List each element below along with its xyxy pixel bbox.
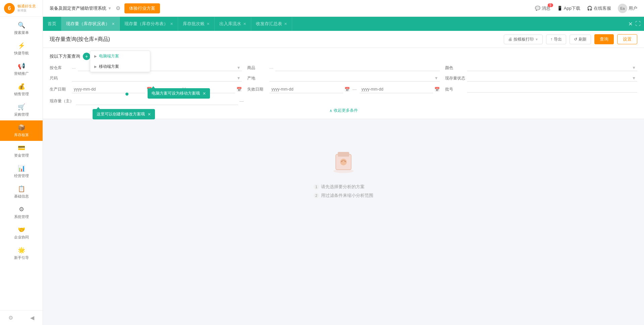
- stock-status-input[interactable]: [469, 76, 632, 80]
- sidebar-item-finance[interactable]: 💳 资金管理: [0, 141, 43, 161]
- sidebar-item-sales[interactable]: 💰 销售管理: [0, 79, 43, 100]
- filter-cell-expire-date: 失效日期 📅 — 📅: [247, 86, 439, 93]
- filter-label: 按以下方案查询: [50, 53, 80, 59]
- tab-inventory-status[interactable]: 现存量（库存状况表） ✕: [61, 17, 120, 31]
- basic-nav-icon: 📋: [18, 185, 25, 193]
- calendar-expire-end-icon[interactable]: 📅: [434, 87, 440, 92]
- tab-close-icon[interactable]: ✕: [112, 22, 115, 26]
- sidebar-item-inventory[interactable]: 📦 库存核算: [0, 120, 43, 141]
- online-support-action[interactable]: 🎧 在线客服: [587, 5, 611, 11]
- tooltip1-text: 电脑方案可设为移动方案哦: [152, 91, 200, 96]
- dropdown-arrow: ▼: [535, 38, 538, 41]
- expire-date-end[interactable]: [360, 86, 433, 93]
- color-input[interactable]: [469, 65, 632, 70]
- sidebar-item-quick[interactable]: ⚡ 快捷导航: [0, 39, 43, 59]
- filter-row-4: 现存量（主） —: [50, 97, 637, 105]
- size-select[interactable]: ▼: [72, 75, 242, 82]
- tab-close-icon[interactable]: ✕: [170, 22, 173, 26]
- color-select[interactable]: ▼: [467, 65, 637, 71]
- tab-close-all-icon[interactable]: ✕: [628, 21, 633, 27]
- app-name: 畅通好生意: [17, 4, 36, 8]
- stock-qty-label: 现存量（主）: [50, 98, 74, 104]
- sidebar-item-marketing[interactable]: 📢 营销推广: [0, 59, 43, 79]
- header-settings-icon[interactable]: ⚙: [116, 5, 120, 11]
- sidebar-item-guide[interactable]: 🌟 新手引导: [0, 243, 43, 264]
- origin-label: 产地: [247, 75, 267, 81]
- tab-close-icon[interactable]: ✕: [207, 22, 210, 26]
- scheme-desktop-label: 电脑端方案: [99, 53, 119, 59]
- size-label: 尺码: [50, 75, 70, 81]
- print-button[interactable]: 🖨 按模板打印 ▼: [504, 35, 543, 44]
- query-button[interactable]: 查询: [594, 34, 614, 44]
- tooltip1-close[interactable]: ✕: [203, 91, 206, 96]
- sidebar-item-label: 基础信息: [14, 194, 29, 199]
- message-action[interactable]: 💬 消息 9: [535, 5, 550, 11]
- prod-date-label: 生产日期: [50, 87, 70, 92]
- sidebar-item-label: 资金管理: [14, 153, 29, 158]
- logo-icon: 6: [4, 3, 15, 14]
- system-selector[interactable]: 装备及固定资产辅助管理系统 ▼: [50, 5, 112, 11]
- warehouse-more-icon[interactable]: ···: [72, 65, 76, 71]
- tooltip2-close[interactable]: ✕: [148, 112, 151, 117]
- sidebar-item-enterprise[interactable]: 🤝 企业协同: [0, 223, 43, 243]
- sidebar-item-purchase[interactable]: 🛒 采购管理: [0, 100, 43, 120]
- tab-inventory-status-label: 现存量（库存状况表）: [66, 21, 110, 27]
- marketing-nav-icon: 📢: [18, 62, 25, 70]
- logo-text-wrap: 畅通好生意 标准版: [17, 4, 36, 13]
- content-area: 现存量查询(按仓库+商品) 🖨 按模板打印 ▼ ↑ 导出 ↺ 刷新 查询 设置: [43, 31, 644, 325]
- reset-button[interactable]: 设置: [617, 34, 637, 44]
- tab-summary[interactable]: 收发存汇总表 ✕: [251, 17, 292, 31]
- size-dropdown-icon: ▼: [236, 76, 240, 80]
- tab-close-icon[interactable]: ✕: [243, 22, 246, 26]
- sidebar-item-label: 营销推广: [14, 71, 29, 76]
- industry-button[interactable]: 体验行业方案: [124, 3, 160, 13]
- tab-home[interactable]: 首页: [43, 17, 61, 31]
- print-icon: 🖨: [508, 37, 512, 42]
- svg-rect-2: [338, 152, 349, 157]
- goods-input[interactable]: [277, 65, 438, 70]
- goods-label: 商品: [247, 65, 267, 71]
- user-action[interactable]: Ea 用户: [618, 4, 637, 13]
- tab-inout-flow[interactable]: 出入库流水 ✕: [215, 17, 251, 31]
- prod-date-start[interactable]: [72, 86, 145, 93]
- refresh-button[interactable]: ↺ 刷新: [570, 35, 591, 44]
- scheme-item-desktop[interactable]: ▶ 电脑端方案: [90, 51, 150, 61]
- calendar-end-icon[interactable]: 📅: [236, 87, 242, 92]
- export-button[interactable]: ↑ 导出: [546, 35, 566, 44]
- message-icon: 💬: [535, 6, 540, 11]
- empty-hints: 1 请先选择要分析的方案 2 用过滤条件来缩小分析范围: [314, 182, 373, 200]
- tab-inventory-dist[interactable]: 现存量（库存分布表） ✕: [120, 17, 178, 31]
- sidebar-item-search[interactable]: 🔍 搜索菜单: [0, 18, 43, 39]
- add-scheme-button[interactable]: +: [83, 53, 90, 60]
- hint-text-2: 用过滤条件来缩小分析范围: [321, 191, 373, 200]
- origin-select[interactable]: ▼: [269, 75, 439, 82]
- tab-close-icon[interactable]: ✕: [284, 22, 287, 26]
- goods-select[interactable]: [275, 65, 440, 71]
- settings-icon[interactable]: ⚙: [8, 315, 13, 321]
- filter-cell-size: 尺码 ▼: [50, 75, 242, 82]
- sidebar-item-system[interactable]: ⚙ 系统管理: [0, 202, 43, 223]
- calendar-expire-start-icon[interactable]: 📅: [344, 87, 350, 92]
- collapse-icon[interactable]: ◀: [30, 315, 34, 321]
- batch-label: 批号: [445, 87, 465, 92]
- size-input[interactable]: [73, 76, 236, 80]
- stock-status-select[interactable]: ▼: [467, 75, 637, 82]
- batch-input[interactable]: [469, 87, 636, 92]
- tab-batch[interactable]: 库存批次账 ✕: [178, 17, 215, 31]
- sidebar-item-label: 新手引导: [14, 255, 29, 260]
- scheme-item-mobile[interactable]: ▶ 移动端方案: [90, 61, 150, 72]
- expire-date-start[interactable]: [269, 86, 343, 93]
- system-name: 装备及固定资产辅助管理系统: [50, 5, 106, 11]
- tab-home-label: 首页: [48, 21, 56, 27]
- origin-input[interactable]: [271, 76, 434, 80]
- app-download-action[interactable]: 📱 App下载: [557, 5, 580, 11]
- expire-date-dash: —: [351, 87, 358, 92]
- tab-expand-icon[interactable]: ⛶: [635, 21, 641, 27]
- goods-more-icon[interactable]: ···: [269, 65, 273, 71]
- sidebar-item-operation[interactable]: 📊 经营管理: [0, 161, 43, 182]
- enterprise-nav-icon: 🤝: [18, 226, 25, 233]
- sidebar-item-basic[interactable]: 📋 基础信息: [0, 182, 43, 202]
- collapse-button[interactable]: ∧ 收起更多条件: [329, 108, 358, 113]
- search-nav-icon: 🔍: [18, 21, 25, 29]
- batch-select[interactable]: [467, 86, 637, 93]
